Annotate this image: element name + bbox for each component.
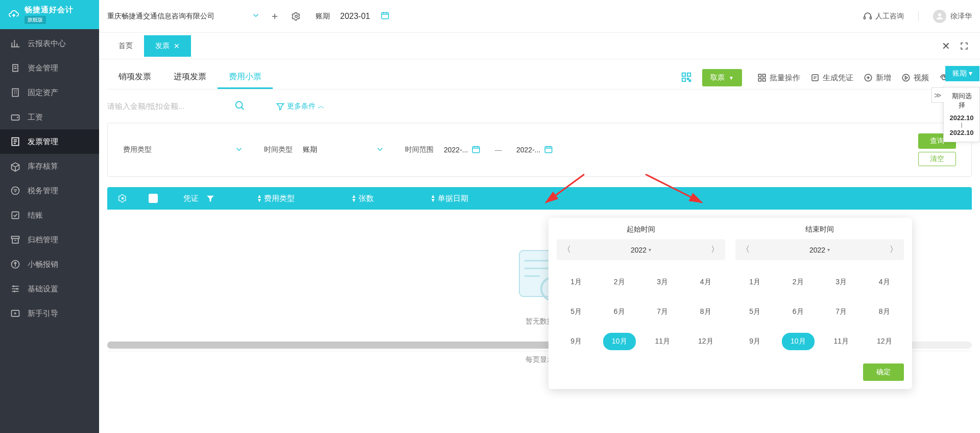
add-button[interactable]: 新增 (858, 70, 896, 86)
batch-action-button[interactable]: 批量操作 (752, 70, 805, 86)
month-cell[interactable]: 12月 (689, 333, 723, 350)
month-cell[interactable]: 9月 (738, 333, 772, 350)
month-cell[interactable]: 7月 (825, 303, 858, 321)
month-cell[interactable]: 3月 (825, 274, 858, 291)
month-cell[interactable]: 8月 (868, 303, 901, 321)
count-column[interactable]: ▲▼ 张数 (322, 194, 403, 203)
month-cell[interactable]: 10月 (782, 333, 815, 350)
fullscreen-button[interactable] (957, 38, 972, 54)
month-cell[interactable]: 1月 (560, 274, 593, 291)
subtabs-row: 销项发票进项发票费用小票 取票 ▼ 批量操作 生成凭证 (107, 66, 972, 89)
video-button[interactable]: 视频 (896, 70, 934, 86)
svg-rect-18 (687, 73, 690, 76)
month-cell[interactable]: 11月 (646, 333, 679, 350)
month-cell[interactable]: 7月 (646, 303, 679, 321)
guide-icon (10, 308, 20, 318)
company-selector[interactable]: 重庆畅捷通交通信息咨询有限公司 (107, 8, 260, 25)
main-area: 重庆畅捷通交通信息咨询有限公司 账期 2023-01 人工咨询 (99, 0, 980, 433)
month-cell[interactable]: 5月 (560, 303, 593, 321)
confirm-button[interactable]: 确定 (863, 363, 904, 381)
month-cell[interactable]: 6月 (782, 303, 815, 321)
sidebar-item-tax[interactable]: 税务管理 (0, 178, 99, 203)
support-link[interactable]: 人工咨询 (863, 12, 904, 21)
divider (918, 11, 919, 21)
month-cell[interactable]: 2月 (603, 274, 636, 291)
month-cell[interactable]: 6月 (603, 303, 636, 321)
fetch-invoice-button[interactable]: 取票 ▼ (702, 69, 742, 86)
sidebar-item-label: 固定资产 (28, 88, 58, 98)
sidebar-item-label: 新手引导 (28, 309, 58, 318)
bill-date-column[interactable]: ▲▼ 单据日期 (403, 194, 495, 203)
month-cell[interactable]: 10月 (603, 333, 636, 350)
amount-search (107, 97, 245, 116)
next-year-button[interactable]: 〉 (711, 244, 719, 255)
sidebar-item-invoice[interactable]: 发票管理 (0, 129, 99, 154)
sidebar-nav: 云报表中心资金管理固定资产工资发票管理库存核算税务管理结账归档管理小畅报销基础设… (0, 29, 99, 433)
month-cell[interactable]: 2月 (782, 274, 815, 291)
calendar-icon[interactable] (380, 11, 390, 21)
tax-icon (10, 186, 20, 196)
period-from[interactable]: 2022.10 (949, 113, 974, 123)
end-date-picker[interactable]: 2022-... (516, 145, 553, 155)
sidebar-item-guide[interactable]: 新手引导 (0, 301, 99, 326)
fee-type-select[interactable] (162, 145, 244, 155)
sidebar-item-money[interactable]: 资金管理 (0, 56, 99, 80)
sidebar-item-archive[interactable]: 归档管理 (0, 227, 99, 252)
gen-voucher-button[interactable]: 生成凭证 (805, 70, 858, 86)
month-cell[interactable]: 1月 (738, 274, 772, 291)
subtab[interactable]: 销项发票 (107, 66, 162, 89)
period-tag[interactable]: 账期 ▾ (945, 66, 979, 81)
sidebar-item-chart[interactable]: 云报表中心 (0, 31, 99, 56)
sidebar-item-close-book[interactable]: 结账 (0, 203, 99, 227)
user-menu[interactable]: 徐泽华 (933, 10, 972, 23)
company-name: 重庆畅捷通交通信息咨询有限公司 (107, 12, 214, 21)
gear-column[interactable] (107, 194, 138, 203)
sidebar-item-label: 小畅报销 (28, 260, 58, 269)
page-tab[interactable]: 发票✕ (144, 35, 191, 57)
month-cell[interactable]: 4月 (868, 274, 901, 291)
time-type-select[interactable]: 账期 (303, 145, 385, 155)
month-cell[interactable]: 5月 (738, 303, 772, 321)
subtab[interactable]: 进项发票 (162, 66, 218, 89)
end-title: 结束时间 (735, 225, 904, 234)
settings-button[interactable] (289, 9, 303, 24)
period-side-panel: 账期 ▾ ≫ 期间选择 2022.10 2022.10 (943, 87, 980, 142)
month-cell[interactable]: 9月 (560, 333, 593, 350)
sidebar-item-reimburse[interactable]: 小畅报销 (0, 252, 99, 277)
svg-rect-24 (812, 75, 818, 81)
month-cell[interactable]: 11月 (825, 333, 858, 350)
sidebar-item-settings[interactable]: 基础设置 (0, 277, 99, 301)
month-cell[interactable]: 4月 (689, 274, 723, 291)
collapse-panel-button[interactable]: ≫ (931, 87, 944, 103)
svg-rect-6 (12, 236, 19, 238)
search-icon[interactable] (234, 100, 245, 112)
subtab[interactable]: 费用小票 (218, 66, 273, 89)
qr-icon[interactable] (681, 72, 692, 84)
start-date-column: 起始时间 〈 2022▾ 〉 1月2月3月4月5月6月7月8月9月10月11月1… (557, 225, 725, 381)
fee-type-column[interactable]: ▲▼ 费用类型 (230, 194, 322, 203)
svg-rect-0 (12, 89, 18, 97)
close-icon[interactable]: ✕ (174, 42, 180, 50)
month-cell[interactable]: 8月 (689, 303, 723, 321)
sidebar-item-stock[interactable]: 库存核算 (0, 154, 99, 178)
start-date-picker[interactable]: 2022-... (444, 145, 481, 155)
sidebar-item-wallet[interactable]: 工资 (0, 105, 99, 129)
close-tab-button[interactable]: ✕ (938, 38, 953, 54)
prev-year-button[interactable]: 〈 (563, 244, 571, 255)
next-year-button[interactable]: 〉 (890, 244, 898, 255)
amount-input[interactable] (107, 102, 220, 110)
year-selector[interactable]: 2022▾ (631, 246, 651, 254)
year-selector[interactable]: 2022▾ (809, 246, 830, 254)
more-conditions-toggle[interactable]: 更多条件 ︿ (276, 102, 325, 111)
month-cell[interactable]: 12月 (868, 333, 901, 350)
add-button[interactable] (268, 9, 282, 24)
period-to[interactable]: 2022.10 (949, 128, 974, 138)
clear-button[interactable]: 清空 (918, 152, 956, 166)
prev-year-button[interactable]: 〈 (742, 244, 750, 255)
topbar: 重庆畅捷通交通信息咨询有限公司 账期 2023-01 人工咨询 (99, 0, 980, 33)
voucher-column[interactable]: 凭证 (169, 194, 230, 203)
select-all-checkbox[interactable] (138, 194, 169, 203)
month-cell[interactable]: 3月 (646, 274, 679, 291)
sidebar-item-building[interactable]: 固定资产 (0, 80, 99, 105)
page-tab[interactable]: 首页 (107, 35, 144, 57)
